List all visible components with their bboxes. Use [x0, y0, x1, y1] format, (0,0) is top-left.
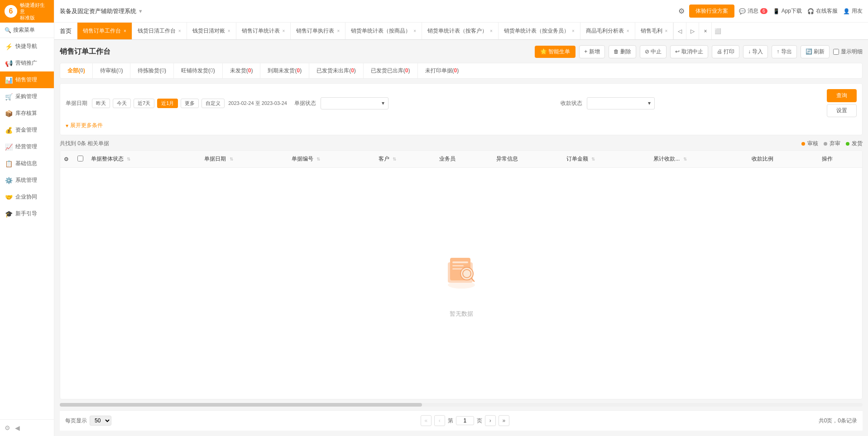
settings-icon[interactable]: ⚙: [5, 424, 10, 431]
tab-close-sale-by-customer[interactable]: ×: [490, 28, 493, 33]
filter-tab-pending-review[interactable]: 待审核(0): [93, 63, 131, 78]
user-action[interactable]: 👤 用友: [843, 7, 863, 15]
sidebar-item-guide[interactable]: 🎓 新手引导: [0, 205, 54, 222]
online-service-action[interactable]: 🎧 在线客服: [807, 7, 838, 15]
col-amount[interactable]: 订单金额 ⇅: [563, 151, 650, 168]
filter-tab-pending-inspect[interactable]: 待拣验货(0): [130, 63, 174, 78]
sidebar-item-marketing[interactable]: 📢 营销推广: [0, 55, 54, 71]
prev-page-button[interactable]: ‹: [434, 415, 445, 426]
message-action[interactable]: 💬 消息 6: [739, 7, 767, 15]
tab-close-profit-analysis[interactable]: ×: [627, 28, 629, 33]
tab-home[interactable]: 首页: [54, 23, 77, 39]
sidebar-search[interactable]: 🔍 搜索菜单: [0, 23, 54, 38]
sidebar-item-nav[interactable]: ⚡ 快捷导航: [0, 38, 54, 55]
unreview-action[interactable]: 弃审: [824, 140, 840, 147]
app-download-action[interactable]: 📱 App下载: [773, 7, 802, 15]
filter-tab-shipped-out[interactable]: 已发货已出库(0): [364, 63, 418, 78]
last-page-button[interactable]: »: [499, 415, 509, 426]
tab-sale-by-salesman[interactable]: 销货单统计表（按业务员） ×: [499, 23, 580, 39]
tab-close-sale-by-goods[interactable]: ×: [413, 28, 416, 33]
next-page-button[interactable]: ›: [485, 415, 496, 426]
import-button[interactable]: ↓ 导入: [743, 45, 768, 58]
show-detail-checkbox[interactable]: 显示明细: [833, 48, 863, 56]
date-btn-1month[interactable]: 近1月: [157, 99, 178, 108]
sidebar-item-inventory[interactable]: 📦 库存核算: [0, 105, 54, 122]
tab-close-sale-by-salesman[interactable]: ×: [572, 28, 575, 33]
tab-close-cash-clear[interactable]: ×: [178, 28, 181, 33]
first-page-button[interactable]: «: [421, 415, 432, 426]
topbar-title: 装备及固定资产辅助管理系统 ▾: [60, 7, 674, 15]
payment-select[interactable]: ▾: [587, 97, 655, 109]
select-all-checkbox[interactable]: [77, 156, 83, 161]
sidebar-item-cooperation[interactable]: 🤝 企业协同: [0, 189, 54, 205]
status-select[interactable]: ▾: [321, 97, 388, 109]
page-number-input[interactable]: [456, 416, 474, 425]
col-checkbox[interactable]: [74, 151, 87, 168]
sidebar-item-system[interactable]: ⚙️ 系统管理: [0, 172, 54, 189]
date-btn-today[interactable]: 今天: [113, 99, 131, 108]
tab-profit-analysis[interactable]: 商品毛利分析表 ×: [580, 23, 635, 39]
sidebar-item-finance[interactable]: 💰 资金管理: [0, 122, 54, 138]
ship-action[interactable]: 发货: [846, 140, 863, 147]
filter-tab-all[interactable]: 全部(0): [60, 63, 93, 78]
col-date[interactable]: 单据日期 ⇅: [201, 151, 288, 168]
horizontal-scrollbar[interactable]: [60, 403, 863, 407]
tab-close-sales-exec[interactable]: ×: [337, 28, 340, 33]
scrollbar-thumb[interactable]: [60, 403, 422, 407]
gear-icon[interactable]: ⚙: [678, 7, 685, 15]
expand-conditions-button[interactable]: ▾ 展开更多条件: [66, 122, 103, 129]
tab-sale-by-customer[interactable]: 销货单统计表（按客户） ×: [422, 23, 499, 39]
tab-sale-by-goods[interactable]: 销货单统计表（按商品） ×: [345, 23, 422, 39]
col-received[interactable]: 累计收款... ⇅: [650, 151, 748, 168]
cancel-stop-button[interactable]: ↩ 取消中止: [670, 45, 708, 58]
delete-button[interactable]: 🗑 删除: [609, 45, 636, 58]
print-button[interactable]: 🖨 打印: [712, 45, 739, 58]
tab-close-cash-reconcile[interactable]: ×: [228, 28, 230, 33]
query-button[interactable]: 查询: [827, 89, 857, 102]
add-button[interactable]: + 新增: [579, 45, 604, 58]
page-size-select[interactable]: 50: [90, 416, 111, 426]
tab-close-all-button[interactable]: ×: [699, 23, 711, 40]
date-field: 单据日期 昨天 今天 近7天 近1月 更多 自定义 2023-02-24 至 2…: [66, 99, 287, 108]
col-customer[interactable]: 客户 ⇅: [375, 151, 436, 168]
filter-tab-overdue-unshipped[interactable]: 到期未发货(0): [260, 63, 309, 78]
stop-button[interactable]: ⊘ 中止: [640, 45, 667, 58]
sidebar-item-purchase[interactable]: 🛒 采购管理: [0, 88, 54, 105]
tab-close-sales-stat[interactable]: ×: [283, 28, 285, 33]
tab-next-button[interactable]: ▷: [686, 23, 699, 40]
sidebar-item-sales[interactable]: 📊 销售管理: [0, 71, 54, 88]
tab-cash-reconcile[interactable]: 钱货日清对账 ×: [187, 23, 236, 39]
tab-sales-workbench[interactable]: 销售订单工作台 ×: [77, 23, 132, 39]
tab-sales-stat[interactable]: 销售订单统计表 ×: [236, 23, 291, 39]
tab-cash-clear[interactable]: 钱货日清工作台 ×: [132, 23, 187, 39]
sidebar-item-operation[interactable]: 📈 经营管理: [0, 138, 54, 155]
col-number[interactable]: 单据编号 ⇅: [288, 151, 375, 168]
tab-sales-profit[interactable]: 销售毛利 ×: [635, 23, 674, 39]
experience-button[interactable]: 体验行业方案: [689, 5, 734, 18]
tab-sales-exec[interactable]: 销售订单执行表 ×: [291, 23, 345, 39]
refresh-button[interactable]: 🔄 刷新: [801, 45, 830, 58]
filter-tab-shipped-not-out[interactable]: 已发货未出库(0): [309, 63, 364, 78]
date-btn-yesterday[interactable]: 昨天: [92, 99, 110, 108]
tab-prev-button[interactable]: ◁: [673, 23, 686, 40]
collapse-icon[interactable]: ◀: [15, 424, 20, 431]
show-detail-input[interactable]: [833, 49, 839, 55]
tab-close-sales-workbench[interactable]: ×: [124, 28, 126, 33]
system-dropdown-arrow[interactable]: ▾: [139, 8, 142, 14]
tab-close-sales-profit[interactable]: ×: [665, 28, 668, 33]
filter-tab-wangpu-ship[interactable]: 旺铺待发货(0): [174, 63, 223, 78]
col-status[interactable]: 单据整体状态 ⇅: [87, 151, 201, 168]
date-btn-more[interactable]: 更多: [181, 99, 199, 108]
review-action[interactable]: 审核: [801, 140, 818, 147]
col-settings[interactable]: ⚙: [60, 151, 74, 168]
tab-menu-button[interactable]: ⬜: [711, 23, 724, 40]
export-button[interactable]: ↑ 导出: [772, 45, 796, 58]
setting-button[interactable]: 设置: [827, 104, 857, 117]
filter-tab-unprinted[interactable]: 未打印单据(0): [418, 63, 466, 78]
smart-create-button[interactable]: 🌟 智能生单: [535, 46, 575, 58]
date-btn-7days[interactable]: 近7天: [134, 99, 154, 108]
date-btn-custom[interactable]: 自定义: [201, 99, 225, 108]
basic-icon: 📋: [5, 160, 13, 167]
sidebar-item-basic[interactable]: 📋 基础信息: [0, 155, 54, 172]
filter-tab-unshipped[interactable]: 未发货(0): [223, 63, 261, 78]
